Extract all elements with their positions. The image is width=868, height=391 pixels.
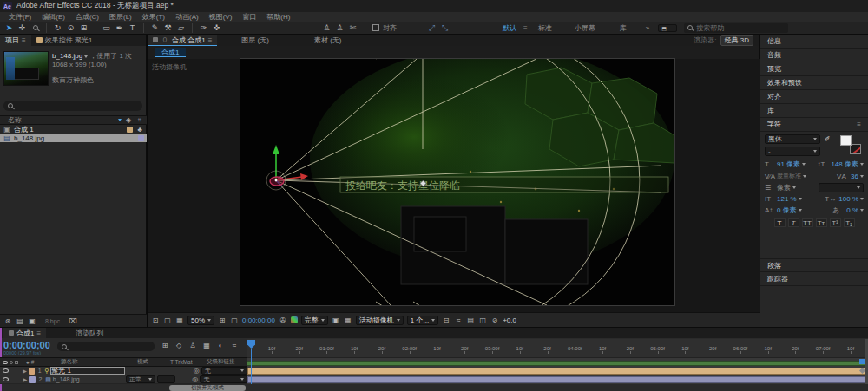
tab-project[interactable]: 项目 ≡: [0, 35, 31, 46]
layer-label-chip[interactable]: [29, 368, 35, 375]
workspace-standard[interactable]: 标准: [528, 23, 562, 33]
layer-name-edit[interactable]: [50, 367, 125, 375]
main-view-icon[interactable]: ▢: [163, 316, 172, 324]
3d-view-dropdown[interactable]: 活动摄像机: [356, 316, 404, 325]
label-chip[interactable]: [127, 127, 133, 133]
snap-checkbox[interactable]: [372, 24, 379, 31]
tab-footage[interactable]: 素材 (无): [309, 35, 347, 46]
zoom-tool-icon[interactable]: [30, 23, 41, 33]
visibility-eye-icon[interactable]: [3, 377, 9, 381]
tab-render-queue[interactable]: 渲染队列: [70, 328, 108, 338]
pickwhip-icon[interactable]: ◎: [192, 375, 198, 384]
layer-label-chip[interactable]: [29, 376, 35, 383]
layer-bar-2[interactable]: [247, 376, 868, 383]
toggle-switches-button[interactable]: 切换开关/模式: [169, 385, 246, 391]
horizontal-scale-value[interactable]: 100 %: [838, 195, 858, 203]
expand-arrow-icon[interactable]: ▶: [23, 376, 28, 382]
parent-dropdown[interactable]: 无: [201, 367, 247, 375]
magnification-dropdown[interactable]: 50%: [187, 316, 214, 325]
shape-tool-icon[interactable]: ▭: [101, 23, 112, 33]
lasso-icon[interactable]: ✄: [347, 23, 358, 33]
workspace-library[interactable]: 库: [608, 23, 639, 33]
pan-behind-tool-icon[interactable]: ⊞: [78, 23, 89, 33]
visibility-eye-icon[interactable]: [3, 368, 9, 373]
footage-usage[interactable]: ，使用了 1 次: [89, 52, 132, 61]
layer-row-1[interactable]: ▶ 1 ⚲ ◎ 无: [0, 367, 247, 375]
project-search[interactable]: [3, 101, 142, 111]
pixel-aspect-icon[interactable]: ⊟: [442, 316, 450, 324]
project-item-comp[interactable]: ▣ 合成 1 ♣: [0, 125, 147, 134]
font-family-dropdown[interactable]: 黑体: [765, 134, 820, 144]
brush-tool-icon[interactable]: ✎: [149, 23, 161, 33]
vertical-scale-caret-icon[interactable]: [799, 198, 802, 200]
col-label-number[interactable]: ● #: [26, 359, 61, 365]
col-trkmat[interactable]: T TrkMat: [170, 359, 207, 365]
horizontal-scale-caret-icon[interactable]: [860, 198, 864, 200]
layer-bar-1[interactable]: [247, 368, 868, 375]
comp-flow-icon[interactable]: ♣: [135, 125, 144, 134]
subscript-button[interactable]: T₁: [844, 218, 855, 227]
new-folder-icon[interactable]: ▤: [16, 316, 24, 325]
draft-3d-icon[interactable]: ◇: [174, 341, 183, 349]
aux-view-icon[interactable]: ▦: [175, 316, 184, 324]
selection-tool-icon[interactable]: ➤: [3, 23, 15, 33]
comp-mini-flowchart-icon[interactable]: ⊞: [161, 341, 169, 349]
menu-window[interactable]: 窗口: [237, 12, 261, 22]
panel-effects-presets[interactable]: 效果和预设: [760, 76, 868, 90]
panel-preview[interactable]: 预览: [760, 62, 868, 76]
new-composition-icon[interactable]: ▣: [28, 316, 36, 325]
time-ruler[interactable]: 10f 20f 01:00f 10f 20f 02:00f 10f 20f 03…: [247, 339, 868, 358]
pen-tool-icon[interactable]: ✒: [114, 23, 125, 33]
timeline-timecode[interactable]: 0;00;00;00 00000 (29.97 fps): [3, 340, 50, 355]
type-tool-icon[interactable]: T: [127, 23, 138, 33]
roi-icon[interactable]: ▣: [332, 316, 340, 324]
snapshot-icon[interactable]: ✇: [279, 316, 287, 324]
column-name[interactable]: 名称: [8, 115, 115, 125]
reset-exposure-icon[interactable]: ⊘: [490, 316, 499, 324]
col-mode[interactable]: 模式: [137, 358, 170, 366]
panel-menu-icon[interactable]: ≡: [208, 36, 213, 44]
fast-preview-icon[interactable]: ≈: [454, 316, 463, 324]
eraser-tool-icon[interactable]: ▱: [175, 23, 187, 33]
roto-brush-tool-icon[interactable]: ✑: [198, 23, 209, 33]
stroke-width-value[interactable]: 像素: [777, 183, 791, 192]
help-search-box[interactable]: 搜索帮助: [684, 23, 788, 33]
all-caps-button[interactable]: TT: [802, 218, 813, 227]
baseline-shift-caret-icon[interactable]: [799, 209, 802, 212]
baseline-shift-value[interactable]: 0 像素: [777, 205, 797, 215]
workspace-switcher[interactable]: ⬒: [658, 24, 677, 32]
workspace-overflow-icon[interactable]: »: [639, 24, 656, 32]
project-item-footage[interactable]: ▤ b_148.jpg: [0, 134, 147, 142]
panel-tracker[interactable]: 跟踪器: [760, 272, 868, 286]
panel-libraries[interactable]: 库: [760, 104, 868, 118]
composition-canvas[interactable]: 投给吧友：支持星位降临: [240, 59, 674, 305]
tab-layer[interactable]: 图层 (无): [236, 35, 274, 46]
menu-file[interactable]: 文件(F): [3, 12, 36, 22]
panel-align[interactable]: 对齐: [760, 90, 868, 104]
expand-tools-icon[interactable]: ⤢: [426, 23, 437, 33]
panel-paragraph[interactable]: 段落: [760, 258, 868, 272]
menu-help[interactable]: 帮助(H): [261, 12, 295, 22]
font-style-dropdown[interactable]: -: [765, 147, 820, 156]
panel-menu-icon[interactable]: ≡: [36, 329, 41, 337]
track-area[interactable]: [247, 358, 868, 384]
menu-edit[interactable]: 编辑(E): [36, 12, 70, 22]
layer-row-2[interactable]: ▶ 2 ▤ b_148.jpg 正常 ◎ 无: [0, 375, 247, 384]
timeline-button-icon[interactable]: ▤: [466, 316, 475, 324]
font-size-value[interactable]: 91 像素: [777, 160, 800, 169]
tracking-caret-icon[interactable]: [860, 175, 864, 178]
timeline-search[interactable]: [57, 342, 155, 351]
stroke-width-caret-icon[interactable]: [792, 186, 796, 189]
footage-name-caret-icon[interactable]: [84, 55, 88, 58]
vertical-scale-value[interactable]: 121 %: [777, 195, 797, 203]
font-size-caret-icon[interactable]: [802, 163, 806, 166]
menu-composition[interactable]: 合成(C): [70, 12, 104, 22]
parent-dropdown[interactable]: 无: [200, 375, 247, 383]
flowchart-icon[interactable]: ◫: [478, 316, 487, 324]
tracking-value[interactable]: 36: [851, 173, 858, 180]
blend-mode-dropdown[interactable]: 正常: [126, 375, 155, 383]
collapse-tools-icon[interactable]: ⤡: [439, 23, 450, 33]
work-area-end-handle[interactable]: [859, 359, 865, 364]
col-parent[interactable]: 父级和链接: [207, 358, 247, 366]
superscript-button[interactable]: T¹: [830, 218, 841, 227]
